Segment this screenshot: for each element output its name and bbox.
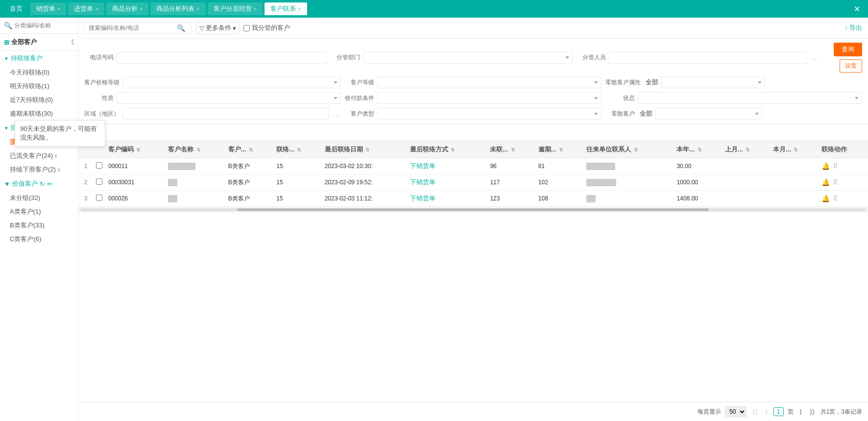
staff-more-icon[interactable]: ... — [810, 54, 819, 61]
prev-page-button[interactable]: ⟨ — [763, 407, 770, 417]
page-size-select[interactable]: 50 — [725, 406, 747, 417]
nav-tab-customer-mgmt[interactable]: 客户分层经营 × — [208, 2, 263, 15]
contact-icon[interactable]: 🔔 — [821, 178, 830, 186]
row-no: 1 — [78, 158, 93, 174]
close-icon[interactable]: × — [140, 6, 143, 12]
sidebar-search-input[interactable] — [14, 22, 74, 29]
liaison-blurred: ██ ███ 3 — [586, 179, 616, 186]
col-this-year[interactable]: 本年... ⇅ — [674, 141, 722, 158]
region-input[interactable] — [122, 108, 329, 120]
customer-name-blurred: ██ — [168, 195, 177, 202]
sidebar-item-b-class[interactable]: B类客户(33) — [0, 219, 78, 232]
main-layout: 🔍 ⊞ 全部客户 《 ▼ 待联络客户 今天待联络(0) 明天待联络(1) 近7天… — [0, 18, 868, 421]
dept-select[interactable] — [363, 52, 573, 64]
last-page-button[interactable]: ⟩⟩ — [808, 407, 817, 417]
more-conditions-button[interactable]: ▽ 更多条件 ▾ — [196, 22, 240, 34]
staff-input[interactable] — [609, 52, 807, 64]
col-name[interactable]: 客户名称 ⇅ — [165, 141, 225, 158]
table-row: 2 00030031 ██ B类客户 15 2023-02-09 19:52: … — [78, 174, 868, 191]
sidebar-item-overdue[interactable]: 逾期未联络(30) — [0, 107, 78, 121]
close-icon[interactable]: × — [95, 6, 98, 12]
sidebar-item-today[interactable]: 今天待联络(0) — [0, 66, 78, 79]
grade-select[interactable] — [377, 76, 602, 88]
sidebar-item-a-class[interactable]: A类客户(1) — [0, 205, 78, 219]
horizontal-scrollbar[interactable] — [78, 207, 868, 213]
row-checkbox[interactable] — [96, 162, 102, 169]
tooltip-popup: 90天未交易的客户，可能有流失风险。 — [15, 120, 78, 147]
col-type[interactable]: 客户... ⇅ — [225, 141, 273, 158]
filter-row-4: 区域（地区） ... 客户类型 零散客户 全部 — [84, 108, 862, 120]
sidebar-section-pending[interactable]: ▼ 待联络客户 — [0, 51, 78, 66]
more-icon[interactable]: ⠿ — [833, 195, 838, 202]
close-icon[interactable]: × — [254, 6, 257, 12]
more-icon[interactable]: ⠿ — [833, 162, 838, 170]
edit-icon[interactable]: ✏ — [47, 180, 52, 188]
col-contact-count[interactable]: 联络... ⇅ — [273, 141, 321, 158]
nav-home[interactable]: 首页 — [4, 2, 28, 15]
data-table: 客户编码 ⇅ 客户名称 ⇅ 客户... ⇅ 联络... — [78, 141, 868, 207]
close-icon[interactable]: × — [298, 6, 301, 12]
close-icon[interactable]: × — [57, 6, 60, 12]
payment-select[interactable] — [377, 92, 602, 104]
col-last-method[interactable]: 最后联络方式 ⇅ — [407, 141, 487, 158]
col-uncontacted[interactable]: 未联... ⇅ — [487, 141, 535, 158]
col-actions: 联络动作 — [819, 141, 868, 158]
nav-tab-sales[interactable]: 销货单 × — [30, 2, 66, 15]
nav-tab-analysis[interactable]: 商品分析 × — [106, 2, 148, 15]
row-checkbox[interactable] — [96, 178, 102, 185]
sidebar-item-declining[interactable]: 持续下滑客户(2) ℹ — [0, 163, 78, 176]
sidebar-all-customers[interactable]: ⊞ 全部客户 《 — [0, 34, 78, 51]
row-checkbox[interactable] — [96, 195, 102, 201]
export-button[interactable]: ↑ 导出 — [845, 24, 863, 32]
query-button[interactable]: 查询 — [834, 43, 862, 56]
last-method-link[interactable]: 下销货单 — [410, 162, 435, 170]
close-icon[interactable]: × — [196, 6, 199, 12]
nav-tab-purchase[interactable]: 进货单 × — [68, 2, 104, 15]
current-page[interactable]: 1 — [773, 407, 784, 416]
col-last-date[interactable]: 最后联络日期 ⇅ — [322, 141, 407, 158]
more-icon[interactable]: ⠿ — [833, 178, 838, 186]
search-button[interactable]: 🔍 — [177, 24, 185, 32]
scrollbar-thumb[interactable] — [238, 208, 709, 211]
zero-customer-select[interactable] — [655, 108, 762, 120]
col-this-month[interactable]: 本月... ⇅ — [770, 141, 818, 158]
phone-input[interactable] — [117, 52, 327, 64]
cell-actions: 🔔 ⠿ — [819, 191, 868, 207]
sidebar-item-7days[interactable]: 近7天待联络(0) — [0, 93, 78, 107]
last-method-link[interactable]: 下销货单 — [410, 178, 435, 186]
first-page-button[interactable]: ⟨⟨ — [750, 407, 759, 417]
cell-contact-count: 15 — [273, 174, 321, 191]
col-liaison[interactable]: 往来单位联系人 ⇅ — [583, 141, 674, 158]
sidebar-item-churned[interactable]: 已流失客户(24) ℹ — [0, 149, 78, 163]
nav-tab-analysis-list[interactable]: 商品分析列表 × — [150, 2, 205, 15]
sidebar-item-tomorrow[interactable]: 明天待联络(1) — [0, 79, 78, 93]
nav-tab-customer-contact[interactable]: 客户联系 × — [265, 2, 307, 15]
sidebar-section-value[interactable]: ▼ 价值客户 ↻ ✏ — [0, 176, 78, 191]
my-customers-checkbox-label[interactable]: 我分管的客户 — [243, 24, 290, 32]
search-input[interactable] — [89, 25, 177, 31]
customer-type-select[interactable] — [377, 108, 602, 120]
zero-attr-select[interactable] — [661, 76, 765, 88]
settings-button[interactable]: 设置 — [840, 59, 862, 73]
gender-select[interactable] — [117, 92, 341, 104]
col-overdue[interactable]: 逾期... ⇅ — [535, 141, 583, 158]
window-close-button[interactable]: ✕ — [850, 4, 864, 14]
last-method-link[interactable]: 下销货单 — [410, 195, 435, 202]
status-select[interactable] — [638, 92, 862, 104]
refresh-icon[interactable]: ↻ — [40, 180, 45, 188]
region-more-icon[interactable]: ... — [332, 110, 341, 118]
col-code[interactable]: 客户编码 ⇅ — [105, 141, 165, 158]
filter-grade: 客户等级 — [345, 76, 602, 88]
cell-contact-count: 15 — [273, 191, 321, 207]
collapse-icon[interactable]: 《 — [68, 38, 74, 47]
sidebar-item-c-class[interactable]: C类客户(6) — [0, 232, 78, 246]
contact-icon[interactable]: 🔔 — [821, 195, 830, 202]
next-page-button[interactable]: ⟩ — [797, 407, 804, 417]
price-grade-select[interactable] — [122, 76, 341, 88]
contact-icon[interactable]: 🔔 — [821, 162, 830, 170]
my-customers-checkbox[interactable] — [243, 25, 250, 31]
sidebar-item-ungrouped[interactable]: 未分组(32) — [0, 191, 78, 205]
arrow-down-icon: ▼ — [4, 56, 9, 61]
col-last-month[interactable]: 上月... ⇅ — [722, 141, 770, 158]
export-icon: ↑ — [845, 25, 848, 32]
